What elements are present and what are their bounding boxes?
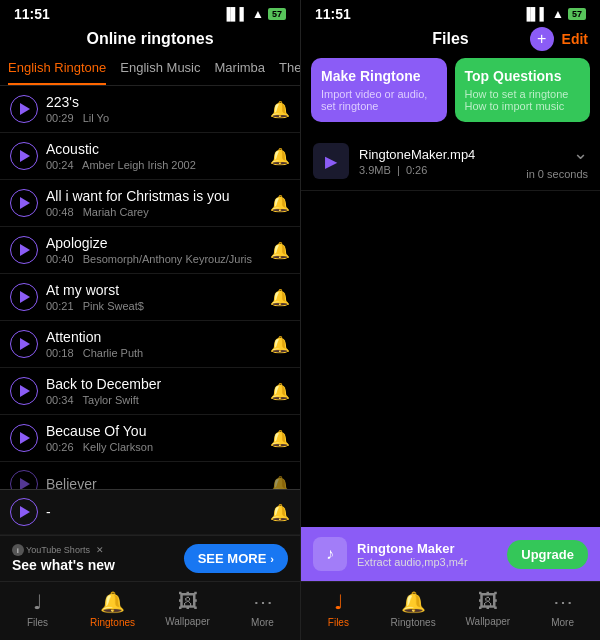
song-duration-3: 00:40 <box>46 253 74 265</box>
nav-more-right[interactable]: ⋯ More <box>525 590 600 628</box>
bell-icon-4[interactable]: 🔔 <box>270 288 290 307</box>
song-duration-4: 00:21 <box>46 300 74 312</box>
nav-wallpaper-left[interactable]: 🖼 Wallpaper <box>150 590 225 628</box>
file-item-0: ▶ RingtoneMaker.mp4 3.9MB | 0:26 ⌄ in 0 … <box>301 132 600 191</box>
song-title-5: Attention <box>46 329 262 345</box>
bottom-nav-left: ♩ Files 🔔 Ringtones 🖼 Wallpaper ⋯ More <box>0 581 300 640</box>
song-duration-0: 00:29 <box>46 112 74 124</box>
song-info-5: Attention 00:18 Charlie Puth <box>46 329 262 359</box>
ringtone-maker-icon: ♪ <box>313 537 347 571</box>
play-icon <box>20 150 30 162</box>
play-button-0[interactable] <box>10 95 38 123</box>
nav-wallpaper-right[interactable]: 🖼 Wallpaper <box>451 590 526 628</box>
make-ringtone-desc: Import video or audio, set ringtone <box>321 88 437 112</box>
nav-more-left[interactable]: ⋯ More <box>225 590 300 628</box>
signal-icon: ▐▌▌ <box>223 7 249 21</box>
bell-icon-6[interactable]: 🔔 <box>270 382 290 401</box>
play-button-4[interactable] <box>10 283 38 311</box>
bell-icon-8[interactable]: 🔔 <box>270 475 290 490</box>
song-info-8: Believer <box>46 476 262 489</box>
music-icon: ♪ <box>326 545 334 563</box>
song-list: 223's 00:29 Lil Yo 🔔 Acoustic 00:24 Ambe… <box>0 86 300 489</box>
tab-english-music[interactable]: English Music <box>120 56 200 85</box>
nav-ringtones-left[interactable]: 🔔 Ringtones <box>75 590 150 628</box>
files-list: ▶ RingtoneMaker.mp4 3.9MB | 0:26 ⌄ in 0 … <box>301 132 600 527</box>
wallpaper-icon: 🖼 <box>178 590 198 613</box>
song-duration-6: 00:34 <box>46 394 74 406</box>
play-button-8[interactable] <box>10 470 38 489</box>
bell-icon-0[interactable]: 🔔 <box>270 100 290 119</box>
nav-more-label: More <box>251 617 274 628</box>
tab-marimba[interactable]: Marimba <box>215 56 266 85</box>
song-artist-4: Pink Sweat$ <box>83 300 144 312</box>
edit-button[interactable]: Edit <box>562 31 588 47</box>
upgrade-banner[interactable]: ♪ Ringtone Maker Extract audio,mp3,m4r U… <box>301 527 600 581</box>
page-title-right: Files <box>432 30 468 48</box>
add-button[interactable]: + <box>530 27 554 51</box>
bell-icon-3[interactable]: 🔔 <box>270 241 290 260</box>
bell-icon-5[interactable]: 🔔 <box>270 335 290 354</box>
top-questions-title: Top Questions <box>465 68 581 84</box>
ringtones-icon: 🔔 <box>100 590 125 614</box>
nav-files-right[interactable]: ♩ Files <box>301 590 376 628</box>
play-button-current[interactable] <box>10 498 38 526</box>
more-icon: ⋯ <box>253 590 273 614</box>
nav-ringtones-label-right: Ringtones <box>391 617 436 628</box>
play-icon <box>20 103 30 115</box>
files-icon-right: ♩ <box>334 590 343 614</box>
list-item: All i want for Christmas is you 00:48 Ma… <box>0 180 300 227</box>
upgrade-button[interactable]: Upgrade <box>507 540 588 569</box>
list-item: Because Of You 00:26 Kelly Clarkson 🔔 <box>0 415 300 462</box>
nav-ringtones-label: Ringtones <box>90 617 135 628</box>
play-button-1[interactable] <box>10 142 38 170</box>
list-item: Attention 00:18 Charlie Puth 🔔 <box>0 321 300 368</box>
upgrade-subtitle: Extract audio,mp3,m4r <box>357 556 497 568</box>
see-more-button[interactable]: SEE MORE › <box>184 544 288 573</box>
play-button-3[interactable] <box>10 236 38 264</box>
nav-ringtones-right[interactable]: 🔔 Ringtones <box>376 590 451 628</box>
song-artist-2: Mariah Carey <box>83 206 149 218</box>
close-icon[interactable]: ✕ <box>96 545 104 555</box>
chevron-down-icon-0[interactable]: ⌄ <box>573 142 588 164</box>
song-title-2: All i want for Christmas is you <box>46 188 262 204</box>
song-meta-2: 00:48 Mariah Carey <box>46 206 262 218</box>
bell-icon-1[interactable]: 🔔 <box>270 147 290 166</box>
song-meta-5: 00:18 Charlie Puth <box>46 347 262 359</box>
file-duration-0: 0:26 <box>406 164 427 176</box>
bell-icon-7[interactable]: 🔔 <box>270 429 290 448</box>
tab-theme[interactable]: Theme <box>279 56 300 85</box>
wifi-icon-right: ▲ <box>552 7 564 21</box>
make-ringtone-card[interactable]: Make Ringtone Import video or audio, set… <box>311 58 447 122</box>
ad-banner: i YouTube Shorts ✕ See what's new SEE MO… <box>0 535 300 581</box>
ad-label: i YouTube Shorts ✕ <box>12 544 115 556</box>
play-button-7[interactable] <box>10 424 38 452</box>
song-meta-0: 00:29 Lil Yo <box>46 112 262 124</box>
bottom-nav-right: ♩ Files 🔔 Ringtones 🖼 Wallpaper ⋯ More <box>301 581 600 640</box>
tabs-row: English Ringtone English Music Marimba T… <box>0 56 300 86</box>
song-artist-3: Besomorph/Anthony Keyrouz/Juris <box>83 253 252 265</box>
play-icon <box>20 506 30 518</box>
tab-english-ringtone[interactable]: English Ringtone <box>8 56 106 85</box>
file-meta-0: 3.9MB | 0:26 <box>359 164 516 176</box>
signal-icon-right: ▐▌▌ <box>523 7 549 21</box>
page-title-left: Online ringtones <box>0 24 300 56</box>
battery-left: 57 <box>268 8 286 20</box>
bell-icon-current[interactable]: 🔔 <box>270 503 290 522</box>
nav-files-left[interactable]: ♩ Files <box>0 590 75 628</box>
top-questions-desc: How to set a ringtone How to import musi… <box>465 88 581 112</box>
play-button-2[interactable] <box>10 189 38 217</box>
play-button-6[interactable] <box>10 377 38 405</box>
header-row-right: Files + Edit <box>301 24 600 58</box>
play-button-5[interactable] <box>10 330 38 358</box>
status-bar-right: 11:51 ▐▌▌ ▲ 57 <box>301 0 600 24</box>
top-questions-card[interactable]: Top Questions How to set a ringtone How … <box>455 58 591 122</box>
nav-files-label: Files <box>27 617 48 628</box>
play-icon <box>20 338 30 350</box>
song-artist-5: Charlie Puth <box>83 347 144 359</box>
song-duration-5: 00:18 <box>46 347 74 359</box>
list-item: 223's 00:29 Lil Yo 🔔 <box>0 86 300 133</box>
song-title-6: Back to December <box>46 376 262 392</box>
header-actions: + Edit <box>530 27 588 51</box>
chevron-right-icon: › <box>270 553 274 565</box>
bell-icon-2[interactable]: 🔔 <box>270 194 290 213</box>
